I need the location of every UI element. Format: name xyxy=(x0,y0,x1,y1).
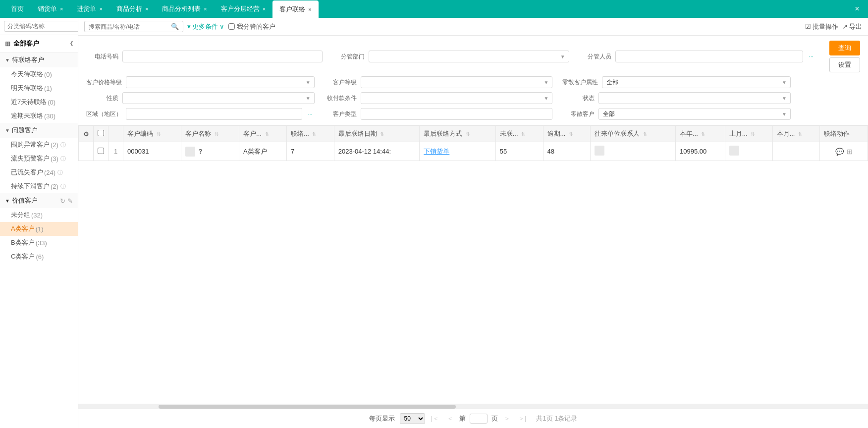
customer-level-select[interactable] xyxy=(361,76,553,88)
person-more-btn[interactable]: ··· xyxy=(807,54,815,59)
sidebar-item-churned[interactable]: 已流失客户 (24) ⓘ xyxy=(0,165,78,179)
nav-tab-purchase[interactable]: 进货单 × xyxy=(70,0,109,18)
my-customers-filter[interactable]: 我分管的客户 xyxy=(228,22,275,31)
nature-select[interactable] xyxy=(122,92,315,104)
sidebar-item-declining[interactable]: 持续下滑客户 (2) ⓘ xyxy=(0,179,78,193)
top-navigation: 首页 销货单 × 进货单 × 商品分析 × 商品分析列表 × 客户分层经营 × … xyxy=(0,0,868,18)
phone-label: 电话号码 xyxy=(86,53,118,61)
th-level[interactable]: 客户... ⇅ xyxy=(239,126,287,142)
window-close-button[interactable]: × xyxy=(850,2,864,16)
first-page-button[interactable]: |＜ xyxy=(429,413,441,424)
select-all-checkbox[interactable] xyxy=(98,130,104,136)
customer-table-container: ⚙ 客户编码 ⇅ 客户名称 ⇅ xyxy=(78,125,868,404)
th-current-month[interactable]: 本月... ⇅ xyxy=(772,126,820,142)
th-name[interactable]: 客户名称 ⇅ xyxy=(181,126,239,142)
retail-customer-select[interactable]: 全部 xyxy=(598,108,791,120)
link-action-icon[interactable]: ⊞ xyxy=(847,148,853,156)
scroll-thumb[interactable] xyxy=(159,405,456,409)
sidebar-item-class-b[interactable]: B类客户 (33) xyxy=(0,236,78,250)
export-button[interactable]: ↗ 导出 xyxy=(842,22,862,31)
th-code[interactable]: 客户编码 ⇅ xyxy=(123,126,181,142)
sidebar-section-problem: ▼ 问题客户 囤购异常客户 (2) ⓘ 流失预警客户 (3) ⓘ 已流失客户 (… xyxy=(0,123,78,193)
filter-row-2: 客户价格等级 ▼ 客户等级 ▼ 零散客户属性 xyxy=(86,76,860,88)
filter-search-icon[interactable]: 🔍 xyxy=(171,23,179,30)
sidebar-item-hoarding[interactable]: 囤购异常客户 (2) ⓘ xyxy=(0,138,78,152)
dept-select[interactable] xyxy=(369,51,569,62)
sidebar-section-pending-title[interactable]: ▼ 待联络客户 xyxy=(0,53,78,67)
arrow-down-icon-2: ▼ xyxy=(5,128,10,133)
chat-action-icon[interactable]: 💬 xyxy=(835,148,844,156)
sidebar-item-class-a[interactable]: A类客户 (1) xyxy=(0,222,78,236)
price-level-select[interactable] xyxy=(126,76,315,88)
collapse-sidebar-icon[interactable]: 《 xyxy=(67,40,73,48)
prev-page-button[interactable]: ＜ xyxy=(445,413,455,424)
sidebar-item-churn-warning[interactable]: 流失预警客户 (3) ⓘ xyxy=(0,152,78,165)
filter-search-input[interactable] xyxy=(89,23,171,30)
filter-phone: 电话号码 xyxy=(86,51,332,62)
close-sales-tab[interactable]: × xyxy=(60,6,63,12)
sidebar-item-today[interactable]: 今天待联络 (0) xyxy=(0,67,78,81)
sidebar-item-tomorrow[interactable]: 明天待联络 (1) xyxy=(0,81,78,95)
my-customers-checkbox[interactable] xyxy=(228,23,235,30)
td-current-year: 10995.00 xyxy=(676,142,725,161)
th-gear[interactable]: ⚙ xyxy=(79,126,94,142)
sidebar-item-overdue[interactable]: 逾期未联络 (30) xyxy=(0,109,78,123)
person-input[interactable] xyxy=(615,51,803,62)
horizontal-scrollbar[interactable] xyxy=(78,404,868,409)
close-customer-tier-tab[interactable]: × xyxy=(263,6,266,12)
nav-tab-product-analysis[interactable]: 商品分析 × xyxy=(109,0,155,18)
sidebar-section-value-title[interactable]: ▼ 价值客户 ↻ ✎ xyxy=(0,193,78,208)
page-size-select[interactable]: 50 100 200 xyxy=(400,413,425,424)
customer-level-label: 客户等级 xyxy=(325,78,357,87)
region-more-btn[interactable]: ··· xyxy=(306,111,315,117)
region-label: 区域（地区） xyxy=(86,110,122,118)
sort-icon-current-year: ⇅ xyxy=(701,131,705,137)
nav-tab-customer-contact[interactable]: 客户联络 × xyxy=(272,0,318,18)
nav-tab-product-list[interactable]: 商品分析列表 × xyxy=(155,0,214,18)
edit-icon[interactable]: ✎ xyxy=(67,197,73,205)
nav-tab-customer-tier[interactable]: 客户分层经营 × xyxy=(214,0,272,18)
more-filter-button[interactable]: ▾ 更多条件 ∨ xyxy=(187,22,224,31)
last-method-link[interactable]: 下销货单 xyxy=(424,148,449,155)
row-checkbox[interactable] xyxy=(98,148,104,154)
close-product-analysis-tab[interactable]: × xyxy=(145,6,148,12)
close-purchase-tab[interactable]: × xyxy=(99,6,102,12)
th-last-month[interactable]: 上月... ⇅ xyxy=(725,126,772,142)
sidebar-search-area: 🔍 xyxy=(0,18,78,35)
customer-type-input[interactable] xyxy=(361,108,553,120)
sidebar: 🔍 ⊞ 全部客户 《 ▼ 待联络客户 今天待联络 (0) 明天待联络 (1) 近… xyxy=(0,18,78,428)
sidebar-item-unclassified[interactable]: 未分组 (32) xyxy=(0,208,78,222)
th-last-method[interactable]: 最后联络方式 ⇅ xyxy=(420,126,495,142)
th-last-date[interactable]: 最后联络日期 ⇅ xyxy=(334,126,420,142)
filter-nature: 性质 ▼ xyxy=(86,92,325,104)
refresh-icon[interactable]: ↻ xyxy=(60,197,65,205)
sidebar-section-problem-title[interactable]: ▼ 问题客户 xyxy=(0,123,78,138)
payment-select[interactable] xyxy=(361,92,553,104)
th-overdue[interactable]: 逾期... ⇅ xyxy=(543,126,591,142)
next-page-button[interactable]: ＞ xyxy=(502,413,512,424)
phone-input[interactable] xyxy=(122,51,323,62)
th-contact[interactable]: 联络... ⇅ xyxy=(286,126,334,142)
region-input[interactable] xyxy=(126,108,302,120)
sidebar-all-customers[interactable]: ⊞ 全部客户 《 xyxy=(0,35,78,53)
current-page-input[interactable]: 1 xyxy=(470,414,488,424)
query-button[interactable]: 查询 xyxy=(829,41,860,55)
person-label: 分管人员 xyxy=(579,53,611,61)
close-customer-contact-tab[interactable]: × xyxy=(308,6,311,12)
settings-button[interactable]: 设置 xyxy=(829,57,860,72)
sort-icon-name: ⇅ xyxy=(215,131,218,137)
last-page-button[interactable]: ＞| xyxy=(516,413,528,424)
nav-home[interactable]: 首页 xyxy=(4,0,31,18)
sidebar-search-input[interactable] xyxy=(4,21,78,32)
sidebar-item-7days[interactable]: 近7天待联络 (0) xyxy=(0,95,78,109)
th-unit-contact[interactable]: 往来单位联系人 ⇅ xyxy=(591,126,676,142)
customer-name-text[interactable]: ？ xyxy=(197,147,204,156)
status-select[interactable] xyxy=(598,92,791,104)
sidebar-item-class-c[interactable]: C类客户 (6) xyxy=(0,250,78,264)
batch-operation-button[interactable]: ☑ 批量操作 xyxy=(805,22,838,31)
th-uncontacted[interactable]: 未联... ⇅ xyxy=(495,126,543,142)
nav-tab-sales[interactable]: 销货单 × xyxy=(31,0,70,18)
close-product-list-tab[interactable]: × xyxy=(204,6,207,12)
retail-attr-select[interactable]: 全部 xyxy=(602,76,791,88)
th-current-year[interactable]: 本年... ⇅ xyxy=(676,126,725,142)
